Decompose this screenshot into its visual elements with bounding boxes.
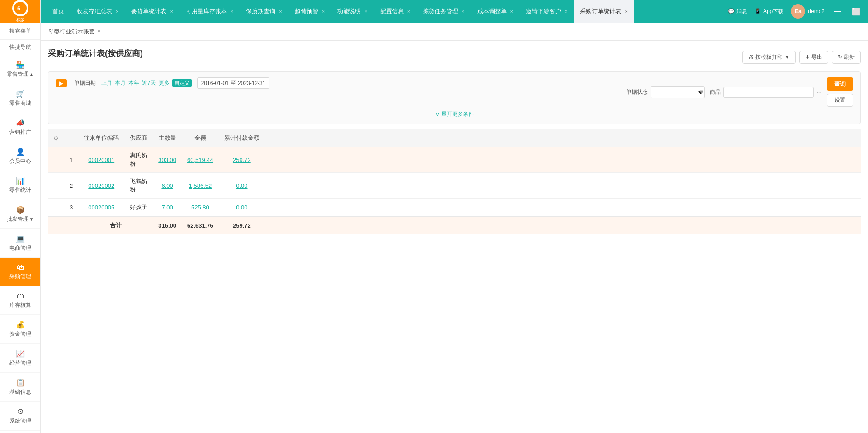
maximize-window-btn[interactable]: ⬜ bbox=[850, 5, 863, 18]
nav-order-stats[interactable]: 要货单统计表 × bbox=[125, 0, 179, 23]
print-button[interactable]: 🖨 按模板打印 ▼ bbox=[742, 51, 796, 64]
nav-order-stats-close[interactable]: × bbox=[170, 9, 173, 14]
filter-status: 单据状态 ▼ bbox=[626, 86, 704, 98]
settings-button[interactable]: 设置 bbox=[827, 94, 853, 107]
row-paid-amount-cell: 0.00 bbox=[219, 199, 265, 217]
nav-usable-inventory-close[interactable]: × bbox=[231, 9, 233, 14]
table-header-row: ⚙ 往来单位编码 供应商 主数量 金额 累计付款金额 bbox=[48, 129, 861, 147]
query-button[interactable]: 查询 bbox=[827, 77, 853, 91]
user-avatar[interactable]: Ea demo2 bbox=[791, 4, 825, 19]
shortcut-more[interactable]: 更多 bbox=[159, 79, 170, 87]
retail-mgmt-icon: 🏪 bbox=[16, 61, 25, 69]
sidebar-item-member-center[interactable]: 👤 会员中心 bbox=[0, 142, 40, 171]
message-btn[interactable]: 💬 消息 bbox=[728, 8, 747, 15]
main-table: ⚙ 往来单位编码 供应商 主数量 金额 累计付款金额 1 00020001 bbox=[48, 129, 861, 234]
sidebar-logo[interactable]: 6 标版 bbox=[0, 0, 40, 23]
table-col-unit-code: 往来单位编码 bbox=[78, 129, 124, 147]
nav-cost-adjust-close[interactable]: × bbox=[510, 9, 513, 14]
sidebar-item-retail-stats[interactable]: 📊 零售统计 bbox=[0, 171, 40, 200]
close-window-btn[interactable]: — bbox=[832, 5, 843, 17]
table-row: 1 00020001 惠氏奶粉 303.00 60,519.44 259.72 bbox=[48, 147, 861, 173]
sidebar-item-basic-info-label: 基础信息 bbox=[9, 388, 31, 396]
sidebar-item-inventory[interactable]: 🗃 库存核算 bbox=[0, 286, 40, 315]
row-extra-cell bbox=[265, 173, 861, 199]
sidebar-item-retail-mall[interactable]: 🛒 零售商城 bbox=[0, 84, 40, 113]
nav-overstock-warning[interactable]: 超储预警 × bbox=[288, 0, 331, 23]
sidebar-item-basic-info[interactable]: 📋 基础信息 bbox=[0, 373, 40, 402]
row-supplier-cell: 好孩子 bbox=[124, 199, 153, 217]
sidebar-item-system-mgmt[interactable]: ⚙ 系统管理 bbox=[0, 402, 40, 431]
nav-expiry-query-label: 保质期查询 bbox=[246, 7, 275, 15]
refresh-button[interactable]: ↻ 刷新 bbox=[832, 51, 861, 64]
nav-expiry-query-close[interactable]: × bbox=[279, 9, 282, 14]
sidebar-item-ecommerce-mgmt[interactable]: 💻 电商管理 bbox=[0, 229, 40, 258]
sidebar-item-purchase-mgmt-label: 采购管理 bbox=[9, 273, 31, 281]
shortcut-this-month[interactable]: 本月 bbox=[115, 79, 126, 87]
app-download-label: App下载 bbox=[763, 8, 783, 15]
print-icon: 🖨 bbox=[748, 54, 754, 60]
nav-collect-summary-close[interactable]: × bbox=[116, 9, 118, 14]
nav-home[interactable]: 首页 bbox=[46, 0, 71, 23]
sidebar-item-finance[interactable]: 💰 资金管理 bbox=[0, 315, 40, 344]
nav-pickup-task-close[interactable]: × bbox=[462, 9, 464, 14]
nav-function-desc-label: 功能说明 bbox=[337, 7, 361, 15]
avatar: Ea bbox=[791, 4, 805, 19]
nav-pickup-task[interactable]: 拣货任务管理 × bbox=[416, 0, 471, 23]
page-content: 采购订单统计表(按供应商) 🖨 按模板打印 ▼ ⬇ 导出 ↻ 刷新 bbox=[41, 41, 868, 433]
footer-label-cell: 合计 bbox=[78, 216, 153, 234]
nav-usable-inventory[interactable]: 可用量库存账本 × bbox=[179, 0, 240, 23]
sidebar-item-wholesale-mgmt[interactable]: 📦 批发管理 ▼ bbox=[0, 200, 40, 229]
expand-more-button[interactable]: ∨ 展开更多条件 bbox=[435, 110, 474, 118]
search-menu-label[interactable]: 搜索菜单 bbox=[4, 27, 37, 35]
sidebar-item-marketing[interactable]: 📣 营销推广 bbox=[0, 113, 40, 142]
sidebar-item-enterprise-collab[interactable]: 🤝 企业协同 bbox=[0, 431, 40, 433]
nav-config-info-close[interactable]: × bbox=[407, 9, 410, 14]
row-settings-cell bbox=[48, 147, 64, 173]
shortcut-7-days[interactable]: 近7天 bbox=[142, 79, 156, 87]
print-label: 按模板打印 bbox=[755, 53, 783, 61]
nav-function-desc-close[interactable]: × bbox=[364, 9, 367, 14]
nav-config-info-label: 配置信息 bbox=[380, 7, 404, 15]
nav-cost-adjust[interactable]: 成本调整单 × bbox=[471, 0, 519, 23]
shortcut-this-year[interactable]: 本年 bbox=[128, 79, 139, 87]
row-paid-amount-cell: 0.00 bbox=[219, 173, 265, 199]
export-button[interactable]: ⬇ 导出 bbox=[799, 51, 828, 64]
marketing-icon: 📣 bbox=[16, 119, 25, 127]
sidebar-nav: 🏪 零售管理 ▲ 🛒 零售商城 📣 营销推广 👤 会员中心 📊 零售统计 📦 批… bbox=[0, 55, 40, 433]
quick-nav-label[interactable]: 快捷导航 bbox=[9, 44, 31, 50]
sidebar-item-retail-mgmt[interactable]: 🏪 零售管理 ▲ bbox=[0, 55, 40, 84]
nav-config-info[interactable]: 配置信息 × bbox=[374, 0, 416, 23]
nav-purchase-order-stats-close[interactable]: × bbox=[625, 9, 627, 14]
workspace-selector[interactable]: 母婴行业演示账套 ▼ bbox=[48, 28, 101, 36]
date-shortcuts: 上月 本月 本年 近7天 更多 自定义 bbox=[101, 79, 192, 87]
status-select[interactable] bbox=[651, 86, 705, 98]
date-range-input[interactable]: 2016-01-01 至 2023-12-31 bbox=[197, 77, 270, 89]
table-col-paid-amount: 累计付款金额 bbox=[219, 129, 265, 147]
goods-more-icon[interactable]: ··· bbox=[816, 89, 821, 95]
table-col-settings[interactable]: ⚙ bbox=[48, 129, 64, 147]
nav-invite-downstream-close[interactable]: × bbox=[565, 9, 567, 14]
nav-expiry-query[interactable]: 保质期查询 × bbox=[240, 0, 288, 23]
sidebar-item-ecommerce-mgmt-label: 电商管理 bbox=[9, 244, 31, 252]
nav-pickup-task-label: 拣货任务管理 bbox=[423, 7, 458, 15]
nav-overstock-warning-close[interactable]: × bbox=[322, 9, 325, 14]
goods-input[interactable] bbox=[723, 87, 814, 98]
table-header: ⚙ 往来单位编码 供应商 主数量 金额 累计付款金额 bbox=[48, 129, 861, 147]
logo-icon: 6 bbox=[14, 2, 27, 14]
nav-usable-inventory-label: 可用量库存账本 bbox=[186, 7, 227, 15]
sidebar-item-operations[interactable]: 📈 经营管理 bbox=[0, 344, 40, 373]
message-label: 消息 bbox=[736, 8, 747, 15]
sidebar-search-section[interactable]: 搜索菜单 bbox=[0, 23, 40, 40]
sidebar-item-retail-stats-label: 零售统计 bbox=[9, 186, 31, 194]
nav-collect-summary[interactable]: 收发存汇总表 × bbox=[71, 0, 125, 23]
shortcut-last-month[interactable]: 上月 bbox=[101, 79, 112, 87]
nav-function-desc[interactable]: 功能说明 × bbox=[331, 0, 373, 23]
nav-purchase-order-stats[interactable]: 采购订单统计表 × bbox=[574, 0, 634, 23]
app-download-btn[interactable]: 📱 App下载 bbox=[755, 8, 783, 15]
quick-nav-section[interactable]: 快捷导航 bbox=[0, 40, 40, 55]
sidebar-item-purchase-mgmt[interactable]: 🛍 采购管理 bbox=[0, 258, 40, 286]
footer-rownum-cell bbox=[64, 216, 78, 234]
nav-invite-downstream[interactable]: 邀请下游客户 × bbox=[519, 0, 574, 23]
goods-filter-label: 商品 bbox=[710, 88, 721, 96]
filter-toggle-button[interactable]: ▶ bbox=[56, 79, 67, 87]
